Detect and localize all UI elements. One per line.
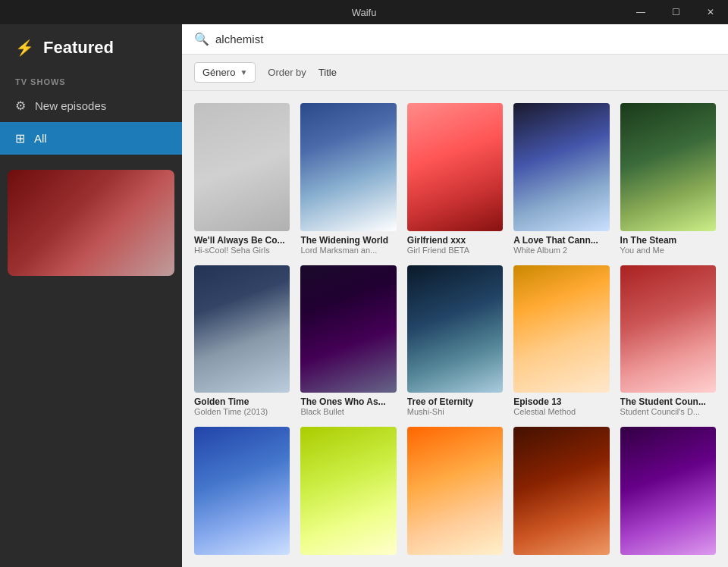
grid-item-title: The Widening World bbox=[300, 235, 396, 246]
grid-item[interactable]: Tree of EternityMushi-Shi bbox=[407, 265, 503, 417]
grid-item[interactable]: The Student Coun...Student Council's D..… bbox=[620, 265, 716, 417]
gear-icon: ⚙ bbox=[15, 99, 26, 113]
grid-item-title: Episode 13 bbox=[513, 396, 609, 407]
minimize-button[interactable]: — bbox=[623, 0, 658, 24]
tv-shows-section-label: TV SHOWS bbox=[0, 71, 182, 89]
grid-thumbnail bbox=[407, 103, 503, 231]
grid-thumbnail bbox=[513, 103, 609, 231]
grid-thumbnail bbox=[194, 265, 290, 393]
grid-item-subtitle: Girl Friend BETA bbox=[407, 246, 503, 255]
grid-item-subtitle: Golden Time (2013) bbox=[194, 407, 290, 416]
app-body: ⚡ Featured TV SHOWS ⚙ New episodes ⊞ All… bbox=[0, 24, 728, 567]
grid-thumbnail bbox=[620, 427, 716, 555]
grid-thumbnail bbox=[407, 265, 503, 393]
grid-item[interactable] bbox=[194, 427, 290, 559]
grid-item[interactable]: Golden TimeGolden Time (2013) bbox=[194, 265, 290, 417]
sidebar-item-featured[interactable]: ⚡ Featured bbox=[0, 24, 182, 71]
genre-dropdown[interactable]: Género ▼ bbox=[194, 62, 256, 83]
grid-item-title: Tree of Eternity bbox=[407, 396, 503, 407]
grid-item-subtitle: Black Bullet bbox=[300, 407, 396, 416]
sidebar-new-episodes-label: New episodes bbox=[35, 99, 106, 112]
grid-item[interactable]: We'll Always Be Co...Hi-sCool! Seha Girl… bbox=[194, 103, 290, 255]
grid-item-subtitle: Celestial Method bbox=[513, 407, 609, 416]
grid-item[interactable]: A Love That Cann...White Album 2 bbox=[513, 103, 609, 255]
search-icon: 🔍 bbox=[194, 32, 209, 46]
grid-item-title: We'll Always Be Co... bbox=[194, 235, 290, 246]
grid-item[interactable]: Episode 13Celestial Method bbox=[513, 265, 609, 417]
search-bar: 🔍 bbox=[182, 24, 728, 55]
grid-item-subtitle: Hi-sCool! Seha Girls bbox=[194, 246, 290, 255]
grid-item-title: Golden Time bbox=[194, 396, 290, 407]
grid-item-title: The Ones Who As... bbox=[300, 396, 396, 407]
order-by-label: Order by bbox=[268, 67, 306, 78]
grid-thumbnail bbox=[513, 265, 609, 393]
window-controls: — ☐ ✕ bbox=[623, 0, 728, 24]
filter-bar: Género ▼ Order by Title bbox=[182, 55, 728, 91]
grid-item-subtitle: You and Me bbox=[620, 246, 716, 255]
grid-thumbnail bbox=[407, 427, 503, 555]
lightning-icon: ⚡ bbox=[15, 39, 34, 57]
search-input[interactable] bbox=[215, 33, 716, 45]
grid-thumbnail bbox=[620, 265, 716, 393]
sidebar: ⚡ Featured TV SHOWS ⚙ New episodes ⊞ All bbox=[0, 24, 182, 567]
grid-thumbnail bbox=[194, 427, 290, 555]
grid-item-title: Girlfriend xxx bbox=[407, 235, 503, 246]
grid-item-title: In The Steam bbox=[620, 235, 716, 246]
grid-item-subtitle: Student Council's D... bbox=[620, 407, 716, 416]
grid-item[interactable]: Girlfriend xxxGirl Friend BETA bbox=[407, 103, 503, 255]
title-bar: Waifu — ☐ ✕ bbox=[0, 0, 728, 24]
grid-icon: ⊞ bbox=[15, 131, 25, 146]
main-content: 🔍 Género ▼ Order by Title We'll Always B… bbox=[182, 24, 728, 567]
grid-thumbnail bbox=[194, 103, 290, 231]
grid-container: We'll Always Be Co...Hi-sCool! Seha Girl… bbox=[182, 91, 728, 567]
app-title: Waifu bbox=[352, 7, 377, 18]
grid-item[interactable]: The Widening WorldLord Marksman an... bbox=[300, 103, 396, 255]
grid-item-subtitle: White Album 2 bbox=[513, 246, 609, 255]
grid-thumbnail bbox=[300, 427, 396, 555]
maximize-button[interactable]: ☐ bbox=[658, 0, 693, 24]
grid-item-title: The Student Coun... bbox=[620, 396, 716, 407]
chevron-down-icon: ▼ bbox=[240, 68, 247, 77]
grid-thumbnail bbox=[513, 427, 609, 555]
sidebar-item-all[interactable]: ⊞ All bbox=[0, 122, 182, 155]
grid-item[interactable]: In The SteamYou and Me bbox=[620, 103, 716, 255]
sidebar-featured-label: Featured bbox=[43, 38, 114, 58]
genre-label: Género bbox=[202, 67, 235, 78]
grid-item-title: A Love That Cann... bbox=[513, 235, 609, 246]
sidebar-preview-thumb bbox=[8, 170, 174, 276]
grid-item[interactable]: The Ones Who As...Black Bullet bbox=[300, 265, 396, 417]
sidebar-item-new-episodes[interactable]: ⚙ New episodes bbox=[0, 89, 182, 122]
grid-thumbnail bbox=[300, 265, 396, 393]
grid-item[interactable] bbox=[300, 427, 396, 559]
grid-thumbnail bbox=[620, 103, 716, 231]
close-button[interactable]: ✕ bbox=[693, 0, 728, 24]
grid-item[interactable] bbox=[513, 427, 609, 559]
grid-item-subtitle: Mushi-Shi bbox=[407, 407, 503, 416]
grid-item[interactable] bbox=[620, 427, 716, 559]
grid-thumbnail bbox=[300, 103, 396, 231]
order-by-value: Title bbox=[318, 67, 337, 78]
grid-item-subtitle: Lord Marksman an... bbox=[300, 246, 396, 255]
sidebar-all-label: All bbox=[34, 132, 47, 145]
grid-item[interactable] bbox=[407, 427, 503, 559]
